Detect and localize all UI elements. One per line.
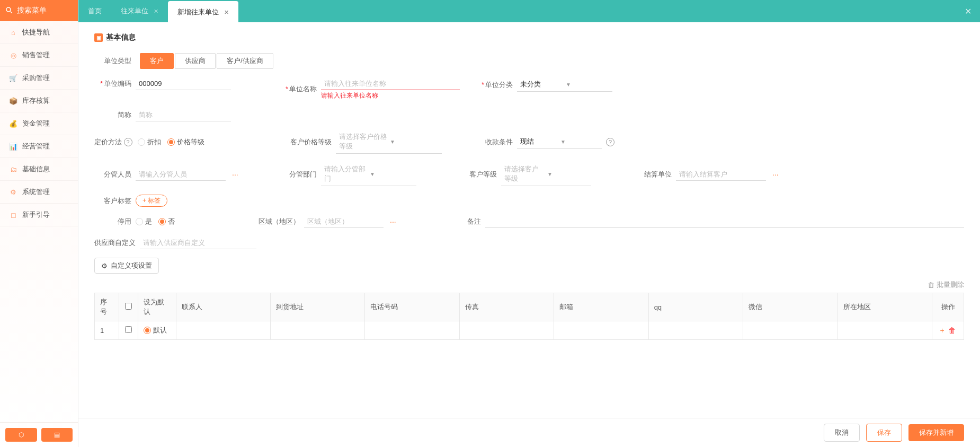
tab-counterparty-close[interactable]: ✕ — [154, 8, 158, 15]
row-delete-icon[interactable]: 🗑 — [948, 326, 956, 335]
sidebar-bottom-btn2[interactable]: ▤ — [41, 428, 73, 442]
row-email[interactable] — [554, 321, 648, 340]
row-contact[interactable] — [176, 321, 270, 340]
tab-home[interactable]: 首页 — [78, 0, 111, 22]
type-btn-both[interactable]: 客户/供应商 — [217, 53, 273, 69]
batch-delete-button[interactable]: 🗑 批量删除 — [928, 280, 964, 290]
finance-icon: 💰 — [8, 119, 18, 128]
row-phone[interactable] — [365, 321, 459, 340]
col-checkbox[interactable] — [119, 293, 138, 321]
disabled-no-radio[interactable]: 否 — [158, 217, 175, 226]
system-icon: ⚙ — [8, 187, 18, 197]
unit-category-select[interactable]: 未分类 ▼ — [517, 77, 612, 92]
save-button[interactable]: 保存 — [866, 424, 902, 442]
row-default-radio[interactable]: 默认 — [144, 326, 171, 335]
sidebar-item-quick-nav[interactable]: ⌂ 快捷导航 — [0, 21, 78, 44]
settlement-more-btn[interactable]: ··· — [770, 170, 781, 179]
row-address[interactable] — [271, 321, 365, 340]
sidebar-item-basic-info[interactable]: 🗂 基础信息 — [0, 158, 78, 181]
sidebar: 搜索菜单 ⌂ 快捷导航 ◎ 销售管理 🛒 采购管理 📦 库存核算 💰 资金管理 … — [0, 0, 78, 447]
add-tag-button[interactable]: + 标签 — [136, 195, 167, 207]
col-qq: qq — [648, 293, 743, 321]
type-btn-customer[interactable]: 客户 — [140, 53, 174, 69]
row-contact-input[interactable] — [182, 327, 265, 335]
customer-price-field: 客户价格等级 请选择客户价格等级 ▼ — [290, 130, 460, 154]
row-email-input[interactable] — [559, 327, 643, 335]
disabled-yes-radio[interactable]: 是 — [136, 217, 152, 226]
row-phone-input[interactable] — [370, 327, 453, 335]
unit-name-wrapper: 请输入往来单位名称 — [321, 77, 460, 100]
customer-price-label: 客户价格等级 — [290, 137, 332, 147]
row-add-icon[interactable]: + — [940, 326, 945, 335]
abbr-label: 简称 — [94, 110, 131, 120]
row-area[interactable] — [838, 321, 932, 340]
tab-counterparty-label: 往来单位 — [121, 6, 148, 16]
guide-icon: ◻ — [8, 210, 18, 220]
tab-bar-close-button[interactable]: ✕ — [965, 6, 972, 16]
row-area-input[interactable] — [843, 327, 926, 335]
unit-code-input[interactable] — [136, 77, 231, 90]
region-input[interactable] — [304, 215, 384, 228]
tab-new-counterparty[interactable]: 新增往来单位 ✕ — [168, 1, 238, 23]
sidebar-bottom-btn1[interactable]: ⬡ — [5, 428, 37, 442]
row-qq-input[interactable] — [654, 327, 738, 335]
category-dropdown-arrow: ▼ — [566, 82, 609, 87]
settlement-input[interactable] — [676, 168, 766, 181]
row-checkbox-cell[interactable] — [119, 321, 138, 340]
unit-code-label: *单位编码 — [94, 79, 131, 89]
section-title-basic-info: ▣ 基本信息 — [94, 33, 964, 42]
pricing-row: 定价方法 ? 折扣 价格等级 客户价格等级 — [94, 130, 964, 154]
customer-price-select[interactable]: 请选择客户价格等级 ▼ — [336, 130, 442, 154]
row-wechat-input[interactable] — [749, 327, 832, 335]
row-fax[interactable] — [459, 321, 554, 340]
sidebar-item-label: 快捷导航 — [22, 28, 50, 37]
supplier-custom-input[interactable] — [140, 236, 256, 249]
payment-terms-help-icon[interactable]: ? — [606, 138, 614, 146]
abbr-row: 简称 — [94, 109, 964, 121]
row-address-input[interactable] — [276, 327, 359, 335]
section-title-label: 基本信息 — [106, 33, 136, 42]
payment-terms-select[interactable]: 现结 ▼ — [517, 135, 602, 149]
sidebar-item-label: 经营管理 — [22, 142, 50, 151]
col-fax: 传真 — [459, 293, 554, 321]
tab-bar: 首页 往来单位 ✕ 新增往来单位 ✕ ✕ — [78, 0, 980, 22]
search-menu[interactable]: 搜索菜单 — [0, 0, 78, 21]
sidebar-item-inventory[interactable]: 📦 库存核算 — [0, 90, 78, 112]
pricing-level-radio[interactable]: 价格等级 — [167, 137, 204, 147]
row-checkbox[interactable] — [125, 326, 132, 333]
sales-icon: ◎ — [8, 50, 18, 60]
sidebar-item-purchase[interactable]: 🛒 采购管理 — [0, 67, 78, 90]
tab-new-counterparty-close[interactable]: ✕ — [224, 9, 229, 16]
department-select[interactable]: 请输入分管部门 ▼ — [321, 162, 416, 186]
sidebar-item-operations[interactable]: 📊 经营管理 — [0, 135, 78, 158]
tab-counterparty[interactable]: 往来单位 ✕ — [111, 0, 168, 22]
settlement-label: 结算单位 — [635, 170, 672, 179]
unit-name-input[interactable] — [321, 77, 460, 90]
customer-level-select[interactable]: 请选择客户等级 ▼ — [501, 162, 591, 186]
customer-level-field: 客户等级 请选择客户等级 ▼ — [460, 162, 619, 186]
remarks-input[interactable] — [485, 215, 964, 228]
sidebar-item-label: 新手引导 — [22, 210, 50, 220]
row-fax-input[interactable] — [465, 327, 548, 335]
row-wechat[interactable] — [743, 321, 838, 340]
type-btn-supplier[interactable]: 供应商 — [175, 53, 216, 69]
sidebar-item-system[interactable]: ⚙ 系统管理 — [0, 181, 78, 204]
pricing-discount-radio[interactable]: 折扣 — [138, 137, 161, 147]
manager-more-btn[interactable]: ··· — [230, 170, 240, 179]
custom-settings-button[interactable]: ⚙ 自定义项设置 — [94, 258, 159, 274]
settlement-field: 结算单位 ··· — [635, 168, 794, 181]
sidebar-item-label: 库存核算 — [22, 96, 50, 106]
sidebar-item-sales[interactable]: ◎ 销售管理 — [0, 44, 78, 67]
bottom-action-bar: 取消 保存 保存并新增 — [78, 418, 980, 447]
select-all-checkbox[interactable] — [125, 303, 132, 310]
manager-input[interactable] — [136, 168, 226, 181]
sidebar-item-finance[interactable]: 💰 资金管理 — [0, 112, 78, 135]
save-new-button[interactable]: 保存并新增 — [908, 424, 964, 441]
pricing-help-icon[interactable]: ? — [124, 138, 132, 146]
sidebar-item-guide[interactable]: ◻ 新手引导 — [0, 204, 78, 226]
abbr-input[interactable] — [136, 109, 231, 121]
disabled-label: 停用 — [94, 217, 131, 226]
cancel-button[interactable]: 取消 — [824, 424, 860, 442]
row-qq[interactable] — [648, 321, 743, 340]
region-more-btn[interactable]: ··· — [388, 217, 398, 226]
